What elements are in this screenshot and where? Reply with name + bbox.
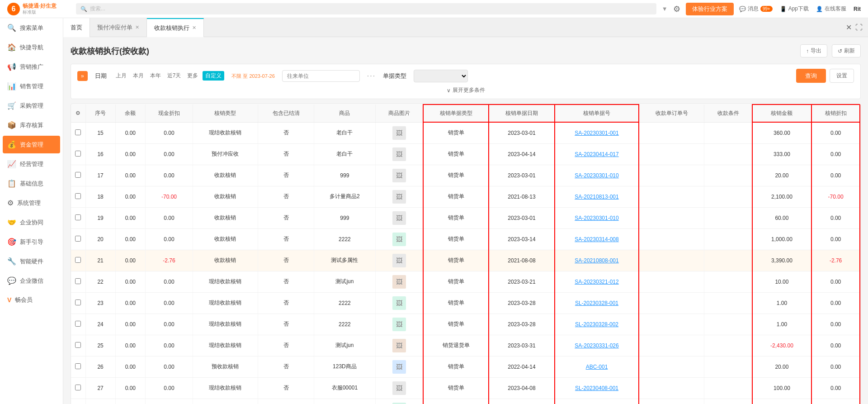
- sidebar-item-finance[interactable]: 💰 资金管理: [3, 136, 60, 153]
- bill-no-link[interactable]: SA-20230414-017: [575, 151, 618, 157]
- bill-no-link[interactable]: SA-20210813-001: [575, 194, 618, 200]
- cell-order-no: [639, 399, 704, 404]
- top-search-box[interactable]: 🔍 搜索...: [76, 3, 656, 14]
- cell-cash-discount: 0.00: [146, 165, 193, 186]
- cell-checkbox[interactable]: [71, 143, 85, 165]
- row-checkbox[interactable]: [75, 363, 81, 369]
- cell-checkbox[interactable]: [71, 399, 85, 404]
- cell-checkbox[interactable]: [71, 292, 85, 314]
- sidebar-item-guide[interactable]: 🎯 新手引导: [0, 232, 63, 252]
- cell-checkbox[interactable]: [71, 314, 85, 335]
- date-option-this-year[interactable]: 本年: [148, 71, 163, 81]
- dropdown-icon[interactable]: ▼: [662, 5, 668, 12]
- sidebar-item-purchase[interactable]: 🛒 采购管理: [0, 96, 63, 115]
- cell-bill-no: ABC-001: [555, 356, 639, 377]
- cell-amount: 333.00: [752, 143, 812, 165]
- cell-type: 收款核销: [193, 228, 258, 250]
- bill-no-link[interactable]: SA-20230301-010: [575, 172, 618, 179]
- from-unit-input[interactable]: [282, 70, 360, 82]
- online-service-area[interactable]: 👤 在线客服: [816, 5, 846, 13]
- cell-bill-no: SL-20230418-001: [555, 399, 639, 404]
- tab-home[interactable]: 首页: [63, 18, 90, 37]
- settings-button[interactable]: 设置: [830, 69, 854, 83]
- sidebar-item-sales[interactable]: 📊 销售管理: [0, 76, 63, 96]
- bill-no-link[interactable]: SA-20230301-001: [575, 130, 618, 136]
- settings-icon[interactable]: ⚙: [673, 4, 680, 14]
- cell-checkbox[interactable]: [71, 228, 85, 250]
- date-option-7days[interactable]: 近7天: [165, 71, 183, 81]
- bill-type-select[interactable]: [414, 70, 468, 82]
- cell-checkbox[interactable]: [71, 250, 85, 271]
- row-checkbox[interactable]: [75, 385, 81, 390]
- tab-maximize-icon[interactable]: ⛶: [855, 24, 863, 32]
- cell-checkbox[interactable]: [71, 186, 85, 207]
- row-checkbox[interactable]: [75, 236, 81, 242]
- bill-no-link[interactable]: SL-20230328-001: [575, 300, 618, 306]
- sidebar-item-system[interactable]: ⚙ 系统管理: [0, 193, 63, 213]
- sidebar-item-inventory[interactable]: 📦 库存核算: [0, 115, 63, 135]
- sidebar-item-corp[interactable]: 🤝 企业协同: [0, 213, 63, 232]
- row-checkbox[interactable]: [75, 278, 81, 284]
- bill-no-link[interactable]: SL-20230328-002: [575, 321, 618, 328]
- query-button[interactable]: 查询: [796, 69, 826, 83]
- bill-no-link[interactable]: SA-20230331-026: [575, 342, 618, 349]
- cell-checkbox[interactable]: [71, 271, 85, 292]
- cell-checkbox[interactable]: [71, 377, 85, 399]
- bill-no-link[interactable]: SL-20230408-001: [575, 385, 618, 391]
- expand-more-label: 展开更多条件: [453, 86, 485, 94]
- cell-type: 收款核销: [193, 165, 258, 186]
- sidebar-item-search[interactable]: 🔍 搜索菜单: [0, 18, 63, 38]
- cell-checkbox[interactable]: [71, 165, 85, 186]
- tab-prepay[interactable]: 预付冲应付单 ✕: [90, 18, 147, 37]
- row-checkbox[interactable]: [75, 342, 81, 348]
- tab-prepay-close[interactable]: ✕: [135, 24, 139, 30]
- sidebar-item-basic[interactable]: 📋 基础信息: [0, 174, 63, 193]
- cell-checkbox[interactable]: [71, 207, 85, 228]
- tab-writeoff[interactable]: 收款核销执行 ✕: [147, 18, 204, 37]
- tab-close-icon[interactable]: ✕: [846, 23, 852, 32]
- bill-no-link[interactable]: SA-20210808-001: [575, 257, 618, 264]
- sidebar-item-member[interactable]: V 畅会员: [0, 290, 63, 309]
- sidebar-item-wechat[interactable]: 💬 企业微信: [0, 271, 63, 290]
- sidebar-item-marketing[interactable]: 📢 营销推广: [0, 57, 63, 76]
- row-checkbox[interactable]: [75, 151, 81, 157]
- table-row: 15 0.00 0.00 现结收款核销 否 老白干 🖼 销货单 2023-03-…: [71, 122, 860, 143]
- date-option-more[interactable]: 更多: [185, 71, 200, 81]
- cell-checkbox[interactable]: [71, 356, 85, 377]
- date-option-custom[interactable]: 自定义: [203, 71, 224, 81]
- bill-no-link[interactable]: SA-20230301-010: [575, 215, 618, 221]
- cell-goods: 老白干: [314, 143, 375, 165]
- expand-more-btn[interactable]: ∨ 展开更多条件: [447, 86, 485, 94]
- bill-no-link[interactable]: SA-20230321-012: [575, 279, 618, 285]
- row-checkbox[interactable]: [75, 214, 81, 220]
- message-area[interactable]: 💬 消息 99+: [739, 5, 773, 13]
- sidebar-item-nav[interactable]: 🏠 快捷导航: [0, 38, 63, 57]
- date-option-last-month[interactable]: 上月: [114, 71, 128, 81]
- cell-checkbox[interactable]: [71, 335, 85, 356]
- sidebar-item-hardware[interactable]: 🔧 智能硬件: [0, 252, 63, 271]
- row-checkbox[interactable]: [75, 193, 81, 199]
- row-checkbox[interactable]: [75, 172, 81, 178]
- cell-bill-no: SL-20230328-001: [555, 292, 639, 314]
- from-unit-dots[interactable]: ···: [367, 72, 376, 80]
- cell-checkbox[interactable]: [71, 122, 85, 143]
- app-download-area[interactable]: 📱 App下载: [780, 5, 809, 13]
- user-name[interactable]: Rit: [854, 6, 861, 12]
- export-button[interactable]: ↑ 导出: [800, 44, 827, 57]
- cell-condition: [704, 250, 752, 271]
- row-checkbox[interactable]: [75, 129, 81, 135]
- row-checkbox[interactable]: [75, 257, 81, 263]
- row-checkbox[interactable]: [75, 299, 81, 305]
- table-row: 19 0.00 0.00 收款核销 否 999 🖼 销货单 2023-03-01…: [71, 207, 860, 228]
- bill-no-link[interactable]: SA-20230314-008: [575, 236, 618, 242]
- col-settings[interactable]: ⚙: [71, 105, 85, 122]
- cell-included: 否: [258, 314, 314, 335]
- row-checkbox[interactable]: [75, 321, 81, 327]
- date-option-this-month[interactable]: 本月: [131, 71, 146, 81]
- refresh-button[interactable]: ↺ 刷新: [832, 44, 861, 57]
- filter-expand-button[interactable]: »: [77, 71, 88, 81]
- tab-writeoff-close[interactable]: ✕: [192, 25, 196, 31]
- solution-button[interactable]: 体验行业方案: [686, 3, 734, 15]
- bill-no-link[interactable]: ABC-001: [586, 364, 608, 370]
- sidebar-item-business[interactable]: 📈 经营管理: [0, 154, 63, 174]
